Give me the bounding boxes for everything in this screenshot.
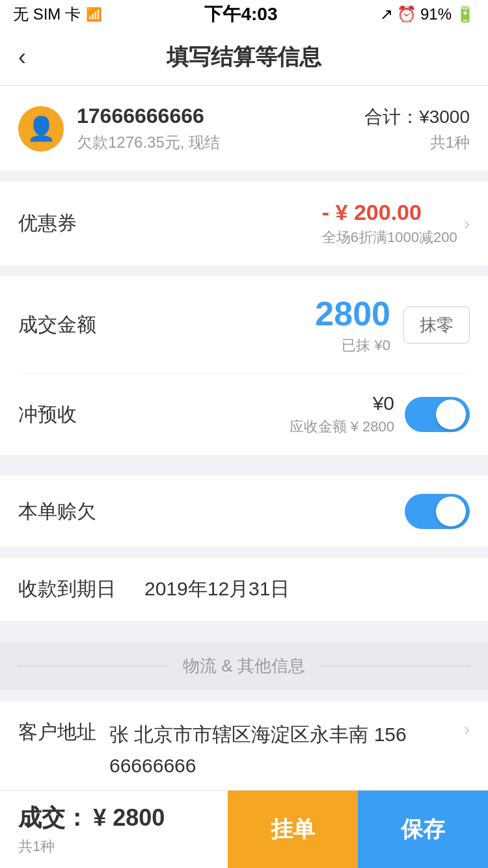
bottom-count: 共1种 bbox=[18, 837, 210, 856]
customer-left: 👤 17666666666 欠款1276.35元, 现结 bbox=[18, 104, 220, 153]
save-button[interactable]: 保存 bbox=[358, 791, 488, 869]
bottom-bar: 成交： ¥ 2800 共1种 挂单 保存 bbox=[0, 790, 488, 868]
customer-info: 17666666666 欠款1276.35元, 现结 bbox=[77, 104, 220, 153]
back-button[interactable]: ‹ bbox=[18, 44, 26, 71]
bottom-summary: 成交： ¥ 2800 共1种 bbox=[0, 802, 228, 856]
battery-text: 91% bbox=[420, 5, 452, 23]
chong-amount: ¥0 bbox=[290, 392, 394, 414]
divider-text: 物流 & 其他信息 bbox=[167, 655, 321, 677]
item-count: 共1种 bbox=[364, 132, 470, 153]
total-amount: 合计：¥3000 bbox=[364, 105, 470, 129]
benshen-toggle[interactable] bbox=[405, 494, 470, 529]
date-value: 2019年12月31日 bbox=[144, 576, 290, 603]
benshen-toggle-knob bbox=[436, 496, 466, 526]
wifi-icon: 📶 bbox=[86, 7, 102, 22]
section-separator-2 bbox=[0, 631, 488, 642]
chong-amount-block: ¥0 应收金额 ¥ 2800 bbox=[290, 392, 394, 437]
nav-bar: ‹ 填写结算等信息 bbox=[0, 29, 488, 86]
status-time: 下午4:03 bbox=[204, 2, 277, 27]
alarm-icon: ⏰ bbox=[397, 5, 416, 23]
page-title: 填写结算等信息 bbox=[167, 42, 321, 72]
section-separator bbox=[0, 465, 488, 476]
benshen-row: 本单赊欠 bbox=[0, 476, 488, 547]
deal-amount-block: 2800 已抹 ¥0 bbox=[315, 294, 390, 355]
chong-toggle[interactable] bbox=[405, 397, 470, 432]
avatar-icon: 👤 bbox=[27, 115, 56, 142]
status-left: 无 SIM 卡 📶 bbox=[13, 4, 102, 25]
coupon-desc: 全场6折满1000减200 bbox=[322, 228, 457, 247]
logistics-divider: 物流 & 其他信息 bbox=[0, 642, 488, 690]
round-zero-button[interactable]: 抹零 bbox=[403, 306, 470, 344]
bottom-deal-label: 成交： ¥ 2800 bbox=[18, 802, 210, 834]
deal-amount-right: 2800 已抹 ¥0 抹零 bbox=[315, 294, 470, 355]
benshen-label: 本单赊欠 bbox=[18, 498, 96, 525]
coupon-right: - ¥ 200.00 全场6折满1000减200 › bbox=[322, 200, 470, 247]
battery-icon: 🔋 bbox=[455, 5, 475, 23]
deal-amount-label: 成交金额 bbox=[18, 312, 96, 338]
chong-row: 冲预收 ¥0 应收金额 ¥ 2800 bbox=[18, 374, 470, 455]
chong-sub: 应收金额 ¥ 2800 bbox=[290, 417, 394, 437]
deal-price: ¥ 2800 bbox=[93, 804, 165, 831]
chong-right: ¥0 应收金额 ¥ 2800 bbox=[290, 392, 470, 437]
deal-amount-row: 成交金额 2800 已抹 ¥0 抹零 bbox=[18, 276, 470, 374]
coupon-row[interactable]: 优惠券 - ¥ 200.00 全场6折满1000减200 › bbox=[0, 182, 488, 265]
deal-prefix: 成交： bbox=[18, 804, 88, 831]
divider-line-right bbox=[321, 666, 470, 666]
date-label: 收款到期日 bbox=[18, 576, 116, 603]
status-right: ↗ ⏰ 91% 🔋 bbox=[380, 5, 475, 23]
location-icon: ↗ bbox=[380, 5, 393, 23]
customer-row: 👤 17666666666 欠款1276.35元, 现结 合计：¥3000 共1… bbox=[0, 86, 488, 171]
coupon-amount: - ¥ 200.00 bbox=[322, 200, 457, 225]
deal-amount-sub: 已抹 ¥0 bbox=[315, 336, 390, 355]
address-chevron-icon: › bbox=[464, 719, 470, 740]
customer-right: 合计：¥3000 共1种 bbox=[364, 105, 470, 153]
deal-amount-value: 2800 bbox=[315, 294, 390, 333]
amount-section: 成交金额 2800 已抹 ¥0 抹零 冲预收 ¥0 应收金额 ¥ 2800 bbox=[0, 276, 488, 455]
customer-phone: 17666666666 bbox=[77, 104, 220, 128]
address-label: 客户地址 bbox=[18, 719, 96, 746]
coupon-label: 优惠券 bbox=[18, 210, 77, 237]
chong-toggle-knob bbox=[436, 400, 466, 429]
address-value: 张 北京市市辖区海淀区永丰南 156 66666666 bbox=[109, 719, 451, 781]
chong-label: 冲预收 bbox=[18, 401, 77, 428]
avatar: 👤 bbox=[18, 106, 64, 152]
status-bar: 无 SIM 卡 📶 下午4:03 ↗ ⏰ 91% 🔋 bbox=[0, 0, 488, 29]
customer-debt: 欠款1276.35元, 现结 bbox=[77, 132, 220, 153]
no-sim-text: 无 SIM 卡 bbox=[13, 4, 81, 25]
coupon-chevron-icon: › bbox=[464, 213, 470, 234]
hang-order-button[interactable]: 挂单 bbox=[228, 791, 358, 869]
divider-line-left bbox=[18, 666, 167, 666]
date-row: 收款到期日 2019年12月31日 bbox=[0, 558, 488, 621]
coupon-right-block: - ¥ 200.00 全场6折满1000减200 bbox=[322, 200, 457, 247]
address-row[interactable]: 客户地址 张 北京市市辖区海淀区永丰南 156 66666666 › bbox=[0, 701, 488, 800]
